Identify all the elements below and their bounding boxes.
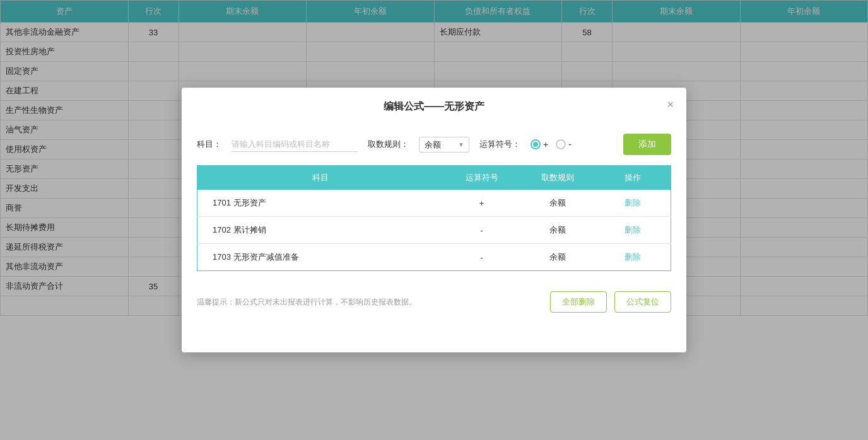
radio-plus-label: + <box>543 139 548 149</box>
formula-subject: 1703 无形资产减值准备 <box>197 244 444 271</box>
radio-plus-item[interactable]: + <box>531 139 548 149</box>
modal-body: 科目： 取数规则： 余额 借方 贷方 ▼ 运算符号： + <box>182 124 686 284</box>
formula-operator: + <box>444 190 520 217</box>
warning-text: 温馨提示：新公式只对未出报表进行计算，不影响历史报表数据。 <box>197 297 416 308</box>
formula-operator: - <box>444 217 520 244</box>
modal-title: 编辑公式——无形资产 <box>384 101 484 112</box>
delete-link-2[interactable]: 删除 <box>625 252 641 262</box>
table-header-operator: 运算符号 <box>444 166 520 190</box>
rule-select-wrapper: 余额 借方 贷方 ▼ <box>419 137 469 153</box>
formula-row: 1702 累计摊销 - 余额 删除 <box>197 217 671 244</box>
table-header-rule: 取数规则 <box>520 166 595 190</box>
delete-link-0[interactable]: 删除 <box>625 198 641 207</box>
formula-action: 删除 <box>595 190 671 217</box>
operator-radio-group: + - <box>531 139 572 149</box>
formula-subject: 1702 累计摊销 <box>197 217 444 244</box>
formula-operator: - <box>444 244 520 271</box>
formula-table: 科目 运算符号 取数规则 操作 1701 无形资产 + 余额 删除 1702 累… <box>197 165 671 271</box>
operator-label: 运算符号： <box>479 139 520 150</box>
reset-formula-button[interactable]: 公式复位 <box>614 291 671 313</box>
modal-header: 编辑公式——无形资产 × <box>182 88 686 124</box>
radio-minus-circle <box>556 139 566 149</box>
formula-row: 1703 无形资产减值准备 - 余额 删除 <box>197 244 671 271</box>
add-button[interactable]: 添加 <box>623 134 671 155</box>
delete-all-button[interactable]: 全部删除 <box>550 291 607 313</box>
modal-footer: 温馨提示：新公式只对未出报表进行计算，不影响历史报表数据。 全部删除 公式复位 <box>182 284 686 325</box>
formula-action: 删除 <box>595 217 671 244</box>
formula-rule: 余额 <box>520 190 595 217</box>
formula-action: 删除 <box>595 244 671 271</box>
modal-dialog: 编辑公式——无形资产 × 科目： 取数规则： 余额 借方 贷方 ▼ 运算符号： <box>182 88 686 352</box>
subject-input[interactable] <box>232 137 358 152</box>
radio-minus-item[interactable]: - <box>556 139 572 149</box>
subject-label: 科目： <box>197 139 221 150</box>
table-header-subject: 科目 <box>197 166 444 190</box>
table-header-action: 操作 <box>595 166 671 190</box>
modal-close-button[interactable]: × <box>667 99 674 110</box>
formula-rule: 余额 <box>520 244 595 271</box>
radio-minus-label: - <box>568 139 572 149</box>
rule-label: 取数规则： <box>368 139 409 150</box>
modal-overlay: 编辑公式——无形资产 × 科目： 取数规则： 余额 借方 贷方 ▼ 运算符号： <box>0 0 868 440</box>
form-row: 科目： 取数规则： 余额 借方 贷方 ▼ 运算符号： + <box>197 134 671 155</box>
formula-rule: 余额 <box>520 217 595 244</box>
delete-link-1[interactable]: 删除 <box>625 225 641 234</box>
footer-buttons: 全部删除 公式复位 <box>550 291 671 313</box>
formula-row: 1701 无形资产 + 余额 删除 <box>197 190 671 217</box>
rule-select[interactable]: 余额 借方 贷方 <box>419 137 469 153</box>
radio-plus-circle <box>531 139 541 149</box>
formula-subject: 1701 无形资产 <box>197 190 444 217</box>
